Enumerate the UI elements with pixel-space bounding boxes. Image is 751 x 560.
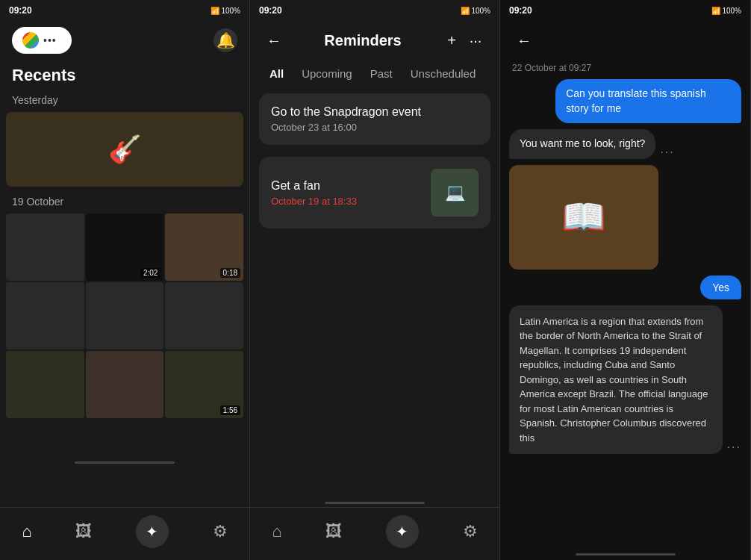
photos-panel: 09:20 📶 100% ••• 🔔 Recents Yesterday 19 … xyxy=(0,0,250,560)
reminder-title-1: Go to the Snapdragon event xyxy=(271,105,479,119)
more-icon-2[interactable]: ··· xyxy=(727,441,741,454)
tab-unscheduled[interactable]: Unscheduled xyxy=(403,63,484,84)
chat-timestamp: 22 October at 09:27 xyxy=(500,60,750,79)
duration-1: 2:02 xyxy=(140,268,161,278)
photo-4[interactable] xyxy=(6,282,84,349)
msg-received-long: Latin America is a region that extends f… xyxy=(509,305,723,455)
photo-8[interactable] xyxy=(86,351,164,418)
tab-upcoming[interactable]: Upcoming xyxy=(294,63,360,84)
chat-header: ← xyxy=(500,21,750,60)
reminder-card-1[interactable]: Go to the Snapdragon event October 23 at… xyxy=(259,93,490,145)
reminder-card-2[interactable]: Get a fan October 19 at 18:33 xyxy=(259,157,490,228)
reminders-panel: 09:20 📶 100% ← Reminders + ··· All Upcom… xyxy=(250,0,500,560)
grid-row-2: 2:02 0:18 xyxy=(6,214,243,281)
reminders-spacer xyxy=(250,234,499,499)
reminder-date-1: October 23 at 16:00 xyxy=(271,122,479,133)
status-bar-reminders: 09:20 📶 100% xyxy=(250,0,499,21)
more-icon-1[interactable]: ··· xyxy=(660,146,674,159)
scroll-indicator-photos xyxy=(75,461,175,464)
status-time-chat: 09:20 xyxy=(509,5,532,16)
status-icons-chat: 📶 100% xyxy=(711,7,741,15)
reminder-date-2: October 19 at 18:33 xyxy=(271,196,423,207)
more-options-button[interactable]: ··· xyxy=(464,28,487,52)
photo-9[interactable]: 1:56 xyxy=(165,351,243,418)
bottom-nav-photos: ⌂ 🖼 ✦ ⚙ xyxy=(0,507,249,560)
reminder-content-2: Get a fan October 19 at 18:33 xyxy=(271,179,423,207)
chat-messages: Can you translate this spanish story for… xyxy=(500,79,750,547)
nav-ai-reminders[interactable]: ✦ xyxy=(386,515,419,548)
tab-all[interactable]: All xyxy=(262,63,291,84)
photos-header: ••• 🔔 xyxy=(0,21,249,60)
settings-icon: ⚙ xyxy=(213,522,228,541)
status-icons-photos: 📶 100% xyxy=(211,7,240,15)
settings-icon-2: ⚙ xyxy=(463,522,478,541)
nav-gallery-photos[interactable]: 🖼 xyxy=(75,522,92,541)
msg-row-1: Can you translate this spanish story for… xyxy=(509,79,741,123)
photo-2[interactable]: 2:02 xyxy=(86,214,164,281)
nav-settings-reminders[interactable]: ⚙ xyxy=(463,522,478,541)
chat-back-button[interactable]: ← xyxy=(512,28,536,52)
nav-settings-photos[interactable]: ⚙ xyxy=(213,522,228,541)
back-button[interactable]: ← xyxy=(262,28,286,52)
photo-guitar[interactable] xyxy=(6,112,243,187)
photo-7[interactable] xyxy=(6,351,84,418)
yesterday-label: Yesterday xyxy=(0,88,249,109)
msg-text-2: You want me to look, right? xyxy=(520,137,645,149)
ai-icon: ✦ xyxy=(146,523,158,541)
status-time-photos: 09:20 xyxy=(9,5,32,16)
duration-2: 0:18 xyxy=(220,268,240,278)
bell-icon[interactable]: 🔔 xyxy=(214,28,237,52)
yesterday-grid xyxy=(0,109,249,190)
chat-panel: 09:20 📶 100% ← 22 October at 09:27 Can y… xyxy=(500,0,751,560)
reminders-header: ← Reminders + ··· xyxy=(250,21,499,60)
october19-label: 19 October xyxy=(0,190,249,211)
signal-icons: 📶 100% xyxy=(211,7,240,15)
bottom-nav-reminders: ⌂ 🖼 ✦ ⚙ xyxy=(250,507,499,560)
chat-book-image[interactable] xyxy=(509,165,658,270)
grid-row-1 xyxy=(6,112,243,187)
nav-ai-photos[interactable]: ✦ xyxy=(136,515,169,548)
status-bar-chat: 09:20 📶 100% xyxy=(500,0,750,21)
add-reminder-button[interactable]: + xyxy=(440,28,464,52)
gallery-icon: 🖼 xyxy=(75,522,92,541)
status-bar-photos: 09:20 📶 100% xyxy=(0,0,249,21)
photo-5[interactable] xyxy=(86,282,164,349)
status-time-reminders: 09:20 xyxy=(259,5,282,16)
grid-row-4: 1:56 xyxy=(6,351,243,418)
grid-row-3 xyxy=(6,282,243,349)
nav-gallery-reminders[interactable]: 🖼 xyxy=(325,522,342,541)
home-icon: ⌂ xyxy=(22,522,31,541)
tab-past[interactable]: Past xyxy=(363,63,400,84)
october19-grid: 2:02 0:18 1:56 xyxy=(0,211,249,421)
msg-row-4: Yes xyxy=(509,276,741,299)
ai-icon-2: ✦ xyxy=(396,523,408,541)
home-icon-2: ⌂ xyxy=(272,522,281,541)
photo-6[interactable] xyxy=(165,282,243,349)
reminder-title-2: Get a fan xyxy=(271,179,423,193)
gallery-icon-2: 🖼 xyxy=(325,522,342,541)
msg-sent-yes: Yes xyxy=(700,276,741,299)
reminder-thumb-2 xyxy=(431,169,479,217)
scroll-indicator-reminders xyxy=(325,502,425,504)
signal-icons-3: 📶 100% xyxy=(711,7,741,15)
photo-3[interactable]: 0:18 xyxy=(165,214,243,281)
nav-home-reminders[interactable]: ⌂ xyxy=(272,522,281,541)
photos-logo-icon xyxy=(22,32,39,49)
duration-3: 1:56 xyxy=(220,405,240,415)
msg-received-1: You want me to look, right? xyxy=(509,129,655,159)
recents-title: Recents xyxy=(0,60,249,88)
photos-logo-dots: ••• xyxy=(43,34,57,46)
msg-sent-1: Can you translate this spanish story for… xyxy=(555,79,741,123)
nav-home-photos[interactable]: ⌂ xyxy=(22,522,31,541)
tabs-row: All Upcoming Past Unscheduled xyxy=(250,60,499,87)
reminder-content-1: Go to the Snapdragon event October 23 at… xyxy=(271,105,479,133)
msg-row-5: Latin America is a region that extends f… xyxy=(509,305,741,455)
signal-icons-2: 📶 100% xyxy=(461,7,490,15)
msg-row-2: You want me to look, right? ··· xyxy=(509,129,741,159)
reminders-title: Reminders xyxy=(286,32,440,49)
photo-1[interactable] xyxy=(6,214,84,281)
status-icons-reminders: 📶 100% xyxy=(461,7,490,15)
scroll-indicator-chat xyxy=(576,553,676,556)
photos-logo[interactable]: ••• xyxy=(12,27,72,54)
